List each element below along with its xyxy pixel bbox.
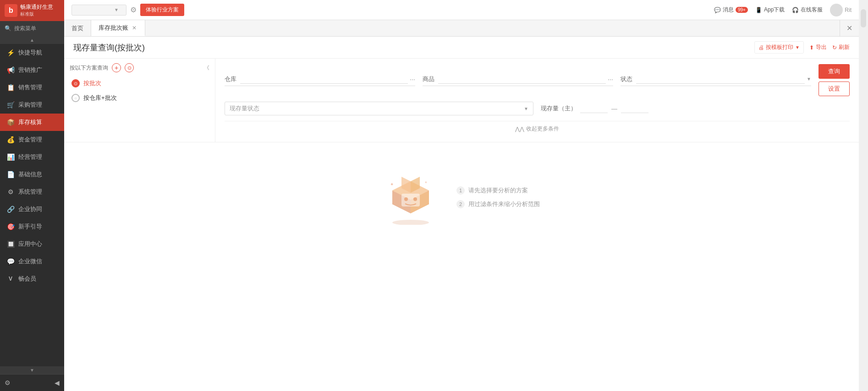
topbar-search-box[interactable]: ▼ — [71, 5, 126, 16]
product-dots-btn[interactable]: ··· — [608, 76, 613, 83]
sidebar-item-member[interactable]: V 畅会员 — [0, 270, 64, 288]
sidebar-scroll-up[interactable]: ▲ — [0, 36, 64, 44]
user-profile[interactable]: Rit — [830, 4, 852, 16]
page-content: 现存量查询(按批次) 🖨 按模板打印 ▼ ⬆ 导出 ↻ 刷新 — [64, 37, 859, 391]
sidebar-item-finance[interactable]: 💰 资金管理 — [0, 131, 64, 148]
refresh-btn[interactable]: ↻ 刷新 — [832, 43, 850, 51]
sidebar-item-operations[interactable]: 📊 经营管理 — [0, 148, 64, 166]
right-panel — [859, 0, 868, 391]
collapse-scheme-btn[interactable]: 《 — [204, 64, 209, 72]
settings-btn[interactable]: 设置 — [819, 81, 850, 96]
purchase-icon: 🛒 — [6, 101, 15, 109]
enterprise-icon: 🔗 — [6, 205, 15, 213]
empty-illustration: ✦ ✦ ✦ — [383, 170, 438, 225]
query-btn[interactable]: 查询 — [819, 64, 850, 79]
online-service-btn[interactable]: 🎧 在线客服 — [792, 6, 823, 14]
collapse-more-btn[interactable]: ⋀⋀ 收起更多条件 — [225, 121, 850, 136]
member-icon: V — [6, 275, 15, 283]
svg-point-3 — [413, 197, 417, 201]
svg-rect-1 — [401, 194, 420, 206]
settings-footer-icon[interactable]: ⚙ — [5, 379, 11, 386]
tab-home[interactable]: 首页 — [64, 20, 91, 36]
collapse-sidebar-icon[interactable]: ◀ — [55, 379, 60, 386]
sidebar-item-guide[interactable]: 🎯 新手引导 — [0, 218, 64, 235]
sidebar-item-inventory[interactable]: 📦 库存核算 — [0, 114, 64, 131]
page-header: 现存量查询(按批次) 🖨 按模板打印 ▼ ⬆ 导出 ↻ 刷新 — [64, 37, 859, 59]
app-download-icon: 📱 — [755, 7, 762, 13]
export-btn[interactable]: ⬆ 导出 — [809, 43, 827, 51]
tab-close-icon[interactable]: ✕ — [131, 25, 137, 31]
print-dropdown-icon[interactable]: ▼ — [795, 45, 800, 50]
stock-status-placeholder: 现存量状态 — [230, 104, 520, 113]
stock-status-select[interactable]: 现存量状态 ▼ — [225, 102, 533, 115]
guide-icon: 🎯 — [6, 223, 15, 231]
tab-batch-account[interactable]: 库存批次账 ✕ — [91, 20, 145, 36]
warehouse-field: 仓库 ··· — [225, 75, 415, 86]
sidebar-item-quick-nav[interactable]: ⚡ 快捷导航 — [0, 44, 64, 61]
stock-qty-min-input[interactable] — [580, 104, 608, 113]
stock-status-chevron-icon: ▼ — [524, 106, 528, 111]
app-download-label: App下载 — [764, 6, 785, 14]
sidebar-item-basic-info[interactable]: 📄 基础信息 — [0, 166, 64, 183]
warehouse-label: 仓库 — [225, 75, 238, 83]
svg-text:✦: ✦ — [424, 180, 428, 185]
sidebar-item-label: 系统管理 — [18, 188, 42, 196]
panel-close-btn[interactable]: ✕ — [840, 20, 859, 36]
right-panel-handle[interactable] — [861, 9, 866, 27]
scheme-batch-label: 按批次 — [83, 79, 101, 87]
system-icon: ⚙ — [6, 188, 15, 196]
sidebar-scroll-down[interactable]: ▼ — [0, 366, 64, 374]
stock-qty-container: 现存量（主） — — [541, 104, 850, 113]
sidebar-item-label: 营销推广 — [18, 66, 42, 74]
sidebar-item-purchase[interactable]: 🛒 采购管理 — [0, 96, 64, 114]
finance-icon: 💰 — [6, 136, 15, 144]
sidebar-item-label: 应用中心 — [18, 240, 42, 248]
app-center-icon: 🔲 — [6, 240, 15, 248]
warehouse-dots-btn[interactable]: ··· — [410, 76, 415, 83]
status-input[interactable] — [636, 75, 805, 84]
topbar-right: 💬 消息 99+ 📱 App下载 🎧 在线客服 Rit — [714, 4, 852, 16]
collapse-up-icon: ⋀⋀ — [515, 126, 524, 132]
sidebar-item-sales[interactable]: 📋 销售管理 — [0, 79, 64, 96]
empty-state: ✦ ✦ ✦ 1 请先选择要分析的方案 2 用过滤条件来缩小分析范围 — [64, 142, 859, 252]
sidebar-item-label: 快捷导航 — [18, 49, 42, 57]
status-label: 状态 — [621, 75, 634, 83]
topbar-gear-icon[interactable]: ⚙ — [130, 5, 137, 14]
marketing-icon: 📢 — [6, 66, 15, 74]
scheme-item-batch[interactable]: ⊙ 按批次 — [64, 76, 215, 91]
sidebar-item-label: 企业微信 — [18, 257, 42, 266]
edit-scheme-btn[interactable]: ⊙ — [125, 63, 134, 72]
main-content: ▼ ⚙ 体验行业方案 💬 消息 99+ 📱 App下载 🎧 在线客服 Rit — [64, 0, 859, 391]
scheme-inactive-icon: ○ — [71, 94, 80, 102]
app-download-btn[interactable]: 📱 App下载 — [755, 6, 785, 14]
messages-label: 消息 — [723, 6, 734, 14]
sidebar-item-app-center[interactable]: 🔲 应用中心 — [0, 235, 64, 253]
warehouse-input[interactable] — [240, 75, 408, 84]
status-dropdown-icon[interactable]: ▼ — [807, 76, 811, 81]
empty-tip-1: 1 请先选择要分析的方案 — [456, 186, 540, 195]
stock-qty-max-input[interactable] — [621, 104, 648, 113]
product-input[interactable] — [438, 75, 606, 84]
sidebar-item-wechat[interactable]: 💬 企业微信 — [0, 253, 64, 270]
sidebar-item-marketing[interactable]: 📢 营销推广 — [0, 61, 64, 79]
messages-btn[interactable]: 💬 消息 99+ — [714, 6, 748, 14]
sidebar-search[interactable]: 🔍 搜索菜单 — [0, 21, 64, 36]
add-scheme-btn[interactable]: + — [112, 63, 121, 72]
sidebar-item-system[interactable]: ⚙ 系统管理 — [0, 183, 64, 201]
template-print-btn[interactable]: 🖨 按模板打印 ▼ — [754, 41, 804, 54]
headset-icon: 🎧 — [792, 7, 799, 13]
filter-area: 按以下方案查询 + ⊙ 《 ⊙ 按批次 ○ 按仓库+批次 — [64, 59, 859, 142]
empty-state-content: ✦ ✦ ✦ 1 请先选择要分析的方案 2 用过滤条件来缩小分析范围 — [383, 170, 540, 225]
tab-home-label: 首页 — [71, 24, 83, 33]
scheme-header-label: 按以下方案查询 — [70, 64, 108, 72]
search-label: 搜索菜单 — [14, 25, 36, 33]
topbar-search-input[interactable] — [76, 7, 112, 13]
experience-btn[interactable]: 体验行业方案 — [140, 4, 184, 16]
tab-batch-account-label: 库存批次账 — [99, 24, 128, 32]
sidebar-item-label: 畅会员 — [18, 275, 36, 283]
tip-num-1: 1 — [456, 186, 465, 195]
status-input-container: 状态 ▼ — [621, 75, 811, 86]
sidebar-item-enterprise[interactable]: 🔗 企业协同 — [0, 201, 64, 218]
sidebar: b 畅康通好生意 标准版 🔍 搜索菜单 ▲ ⚡ 快捷导航 📢 营销推广 📋 销售… — [0, 0, 64, 391]
scheme-item-warehouse-batch[interactable]: ○ 按仓库+批次 — [64, 91, 215, 105]
